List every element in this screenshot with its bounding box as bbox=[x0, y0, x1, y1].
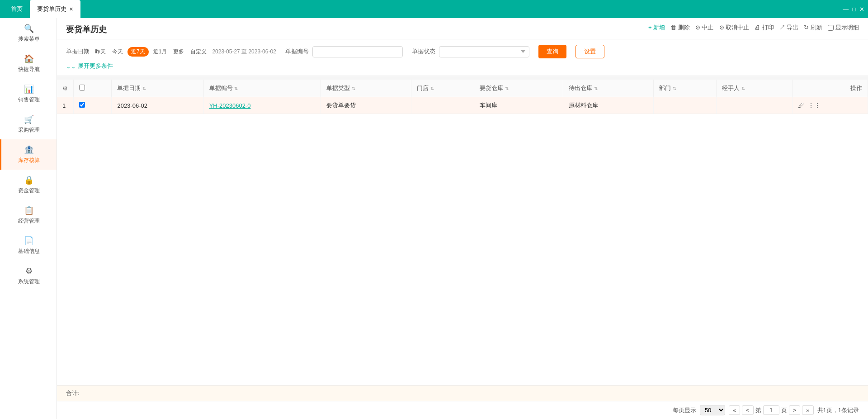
window-close[interactable]: ✕ bbox=[859, 6, 864, 13]
sidebar-item-sys-mgmt[interactable]: ⚙ 系统管理 bbox=[0, 261, 57, 291]
col-handler[interactable]: 经手人 ⇅ bbox=[717, 80, 793, 97]
shortcut-today[interactable]: 今天 bbox=[110, 47, 125, 57]
col-req-warehouse[interactable]: 要货仓库 ⇅ bbox=[474, 80, 563, 97]
sidebar-item-label-ops: 经营管理 bbox=[18, 217, 40, 225]
quick-nav-icon: 🏠 bbox=[24, 54, 34, 64]
tab-home[interactable]: 首页 bbox=[4, 0, 30, 18]
page-label-end: 页 bbox=[781, 406, 787, 414]
sidebar-item-label-inventory: 库存核算 bbox=[18, 157, 40, 164]
sidebar-item-fund-mgmt[interactable]: 🔒 资金管理 bbox=[0, 170, 57, 200]
sidebar-item-purchase-mgmt[interactable]: 🛒 采购管理 bbox=[0, 109, 57, 139]
page-next-btn[interactable]: > bbox=[789, 405, 801, 415]
sidebar-item-label-basic: 基础信息 bbox=[18, 248, 40, 255]
expand-more[interactable]: ⌄⌄ 展开更多条件 bbox=[66, 62, 859, 70]
sales-icon: 📊 bbox=[24, 84, 34, 94]
row-req-warehouse: 车间库 bbox=[474, 97, 563, 114]
window-controls: — □ ✕ bbox=[843, 6, 864, 13]
sort-number-icon: ⇅ bbox=[234, 86, 238, 91]
tab-requisition-label: 要货单历史 bbox=[37, 5, 66, 13]
select-all-checkbox[interactable] bbox=[79, 85, 85, 90]
col-pend-warehouse[interactable]: 待出仓库 ⇅ bbox=[563, 80, 654, 97]
sidebar-item-basic-info[interactable]: 📄 基础信息 bbox=[0, 230, 57, 261]
shortcut-more[interactable]: 更多 bbox=[171, 47, 186, 57]
sys-icon: ⚙ bbox=[25, 266, 33, 276]
print-button[interactable]: 🖨 打印 bbox=[755, 24, 774, 32]
shortcut-1month[interactable]: 近1月 bbox=[151, 47, 169, 57]
top-tabs: 首页 要货单历史 ✕ bbox=[4, 0, 843, 18]
ops-icon: 📋 bbox=[24, 205, 34, 215]
sort-dept-icon: ⇅ bbox=[673, 86, 676, 91]
fund-icon: 🔒 bbox=[24, 175, 34, 185]
tab-close-icon[interactable]: ✕ bbox=[69, 6, 73, 12]
date-range-value: 2023-05-27 至 2023-06-02 bbox=[212, 48, 276, 56]
data-table: ⚙ 单据日期 ⇅ 单据编号 ⇅ 单据类型 ⇅ 门店 ⇅ 要货仓库 ⇅ 待出仓库 … bbox=[57, 80, 868, 114]
export-button[interactable]: ↗ 导出 bbox=[779, 24, 799, 32]
expand-more-icon: ⌄⌄ bbox=[66, 63, 76, 70]
col-actions: 操作 bbox=[793, 80, 868, 97]
main-layout: 🔍 搜索菜单 🏠 快捷导航 📊 销售管理 🛒 采购管理 🏦 库存核算 🔒 资金管… bbox=[0, 18, 868, 419]
row-select-checkbox[interactable] bbox=[79, 102, 85, 108]
sidebar-item-search-menu[interactable]: 🔍 搜索菜单 bbox=[0, 18, 57, 48]
page-input[interactable] bbox=[763, 405, 779, 415]
inventory-icon: 🏦 bbox=[24, 145, 34, 155]
top-bar: 首页 要货单历史 ✕ — □ ✕ bbox=[0, 0, 868, 18]
row-checkbox[interactable] bbox=[74, 97, 112, 114]
footer-label: 合计: bbox=[66, 390, 80, 396]
expand-more-text: 展开更多条件 bbox=[78, 62, 113, 70]
new-button[interactable]: + 新增 bbox=[648, 24, 665, 32]
row-edit-icon[interactable]: 🖊 bbox=[798, 102, 804, 109]
query-button[interactable]: 查询 bbox=[538, 45, 566, 58]
row-dept bbox=[654, 97, 717, 114]
stop-button[interactable]: ⊘ 中止 bbox=[695, 24, 714, 32]
search-menu-icon: 🔍 bbox=[24, 24, 34, 33]
page-last-btn[interactable]: » bbox=[802, 405, 813, 415]
table-container: ⚙ 单据日期 ⇅ 单据编号 ⇅ 单据类型 ⇅ 门店 ⇅ 要货仓库 ⇅ 待出仓库 … bbox=[57, 80, 868, 385]
delete-button[interactable]: 🗑 删除 bbox=[670, 24, 690, 32]
sort-date-icon: ⇅ bbox=[142, 86, 146, 91]
sidebar-item-sales-mgmt[interactable]: 📊 销售管理 bbox=[0, 79, 57, 109]
tab-requisition-history[interactable]: 要货单历史 ✕ bbox=[30, 0, 80, 18]
col-type[interactable]: 单据类型 ⇅ bbox=[321, 80, 411, 97]
show-detail-checkbox[interactable] bbox=[828, 25, 834, 31]
window-maximize[interactable]: □ bbox=[852, 6, 856, 13]
row-more-icon[interactable]: ⋮⋮ bbox=[808, 102, 821, 109]
doc-number-label: 单据编号 bbox=[285, 48, 309, 56]
shortcut-7days[interactable]: 近7天 bbox=[127, 47, 149, 57]
doc-number-filter-group: 单据编号 bbox=[285, 46, 403, 57]
tab-home-label: 首页 bbox=[11, 5, 23, 13]
cancel-stop-button[interactable]: ⊘ 取消中止 bbox=[719, 24, 750, 32]
sidebar-item-label-purchase: 采购管理 bbox=[18, 126, 40, 134]
page-nav: « < 第 页 > » bbox=[729, 405, 814, 415]
shortcut-yesterday[interactable]: 昨天 bbox=[93, 47, 108, 57]
sort-req-warehouse-icon: ⇅ bbox=[505, 86, 509, 91]
sidebar-item-label-fund: 资金管理 bbox=[18, 187, 40, 195]
sidebar-item-label-sys: 系统管理 bbox=[18, 278, 40, 286]
row-actions: 🖊 ⋮⋮ bbox=[793, 97, 868, 114]
per-page-select[interactable]: 50 10 20 100 bbox=[700, 405, 725, 415]
date-filter-label: 单据日期 bbox=[66, 48, 90, 56]
col-dept[interactable]: 部门 ⇅ bbox=[654, 80, 717, 97]
status-select[interactable] bbox=[439, 46, 529, 57]
window-minimize[interactable]: — bbox=[843, 6, 849, 13]
sidebar-item-quick-nav[interactable]: 🏠 快捷导航 bbox=[0, 48, 57, 79]
sidebar-item-inventory[interactable]: 🏦 库存核算 bbox=[0, 139, 57, 170]
row-number[interactable]: YH-20230602-0 bbox=[203, 97, 321, 114]
col-date[interactable]: 单据日期 ⇅ bbox=[112, 80, 203, 97]
doc-number-input[interactable] bbox=[312, 46, 403, 57]
sort-store-icon: ⇅ bbox=[430, 86, 434, 91]
page-label: 第 bbox=[755, 406, 761, 414]
col-settings[interactable]: ⚙ bbox=[57, 80, 74, 97]
basic-info-icon: 📄 bbox=[24, 236, 34, 246]
refresh-button[interactable]: ↻ 刷新 bbox=[804, 24, 822, 32]
sidebar-item-ops-mgmt[interactable]: 📋 经营管理 bbox=[0, 200, 57, 230]
page-first-btn[interactable]: « bbox=[729, 405, 740, 415]
shortcut-custom[interactable]: 自定义 bbox=[189, 47, 208, 57]
col-store[interactable]: 门店 ⇅ bbox=[411, 80, 474, 97]
settings-button[interactable]: 设置 bbox=[576, 45, 604, 58]
sort-pend-warehouse-icon: ⇅ bbox=[594, 86, 598, 91]
col-number[interactable]: 单据编号 ⇅ bbox=[203, 80, 321, 97]
status-filter-group: 单据状态 bbox=[412, 46, 529, 57]
row-seq: 1 bbox=[57, 97, 74, 114]
page-prev-btn[interactable]: < bbox=[742, 405, 754, 415]
col-checkbox bbox=[74, 80, 112, 97]
